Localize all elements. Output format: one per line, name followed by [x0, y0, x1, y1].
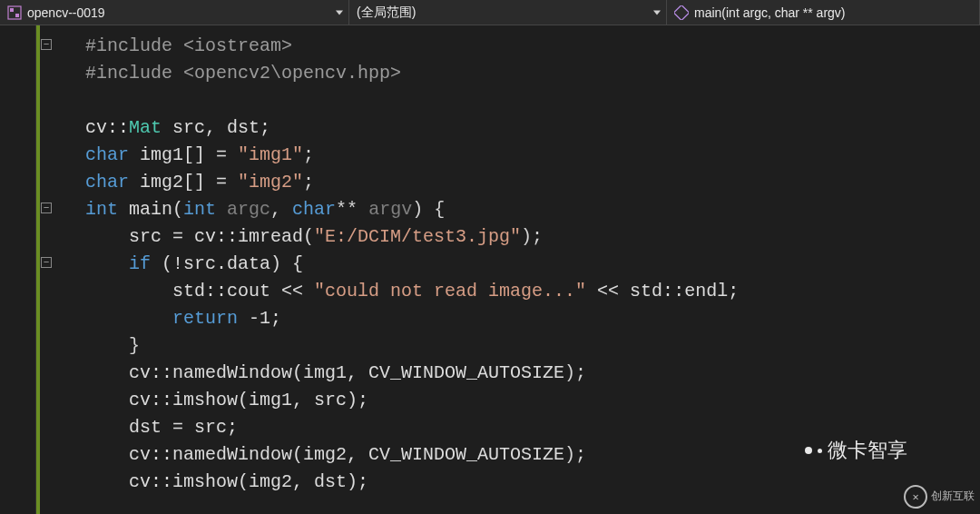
function-icon: [674, 5, 689, 20]
logo-icon: ✕: [904, 485, 927, 509]
change-indicator: [36, 25, 40, 514]
fold-toggle[interactable]: −: [41, 203, 52, 213]
fold-toggle[interactable]: −: [41, 39, 52, 50]
code-content: #include <iostream> #include <opencv2\op…: [36, 25, 739, 514]
gutter: [0, 25, 36, 514]
project-icon: [7, 5, 22, 20]
fold-toggle[interactable]: −: [41, 257, 52, 268]
svg-rect-1: [10, 8, 14, 12]
svg-rect-3: [674, 5, 689, 20]
dot-icon: [818, 449, 822, 453]
watermark-text: 微卡智享: [828, 437, 907, 464]
function-signature: main(int argc, char ** argv): [694, 5, 846, 20]
dot-icon: [805, 447, 812, 454]
project-selector[interactable]: opencv--0019: [0, 0, 349, 25]
watermark-logo: ✕ 创新互联: [904, 485, 975, 509]
project-name: opencv--0019: [27, 5, 105, 20]
scope-label: (全局范围): [357, 5, 416, 21]
svg-rect-2: [15, 14, 19, 17]
breadcrumb-bar: opencv--0019 (全局范围) main(int argc, char …: [0, 0, 980, 25]
scope-selector[interactable]: (全局范围): [349, 0, 667, 25]
watermark-wechat: 微卡智享: [805, 437, 907, 464]
function-selector[interactable]: main(int argc, char ** argv): [667, 0, 980, 25]
chevron-down-icon: [653, 10, 661, 15]
chevron-down-icon: [336, 10, 343, 15]
watermark-text: 创新互联: [931, 490, 975, 502]
